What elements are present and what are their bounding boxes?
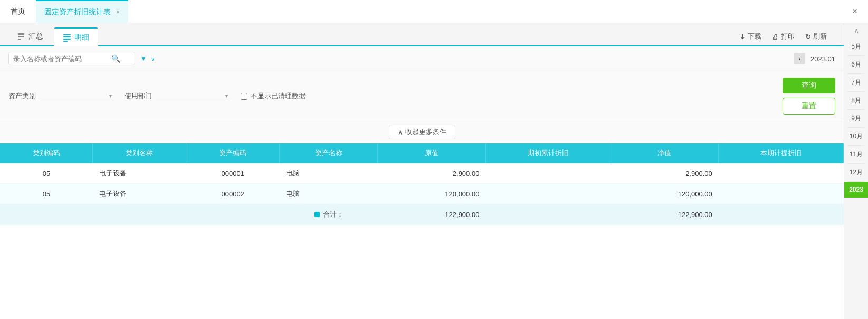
svg-rect-0: [18, 33, 24, 35]
table-header-row: 类别编码 类别名称 资产编码 资产名称 原值 期初累计折旧 净值 本期计提折旧: [0, 143, 844, 163]
year-badge[interactable]: 2023: [844, 182, 868, 198]
col-category-name: 类别名称: [93, 143, 186, 163]
detail-icon: [63, 33, 71, 42]
tab-summary[interactable]: 汇总: [8, 27, 52, 45]
svg-rect-7: [314, 212, 320, 217]
no-cleared-data-wrap: 不显示已清理数据: [241, 91, 306, 101]
svg-rect-4: [63, 36, 71, 37]
close-window-button[interactable]: ×: [841, 6, 868, 17]
col-asset-code: 资产编码: [186, 143, 280, 163]
date-value: 2023.01: [810, 55, 835, 63]
home-tab[interactable]: 首页: [0, 0, 36, 23]
svg-rect-5: [63, 39, 71, 40]
month-item[interactable]: 11月: [847, 146, 865, 164]
department-select-wrap: [156, 91, 230, 101]
svg-rect-3: [63, 34, 71, 35]
left-panel: 汇总 明细 ⬇ 下载 🖨 打印 ↻ 刷新: [0, 23, 844, 319]
month-item[interactable]: 7月: [847, 74, 865, 92]
asset-category-select[interactable]: [40, 91, 114, 101]
search-input-wrap: 🔍: [8, 52, 135, 65]
svg-rect-6: [63, 41, 68, 42]
col-current-depreciation: 本期计提折旧: [719, 143, 844, 163]
col-accumulated-depreciation: 期初累计折旧: [485, 143, 611, 163]
date-nav-right-arrow[interactable]: ›: [794, 53, 805, 64]
active-tab[interactable]: 固定资产折旧统计表 ×: [36, 0, 128, 23]
filter-icon: ▼: [140, 55, 147, 62]
asset-category-field: 资产类别: [8, 91, 114, 101]
month-item[interactable]: 10月: [847, 128, 865, 146]
close-tab-icon[interactable]: ×: [116, 8, 120, 16]
col-asset-name: 资产名称: [280, 143, 378, 163]
collapse-up-icon: ∧: [398, 128, 403, 136]
top-bar: 首页 固定资产折旧统计表 × ×: [0, 0, 868, 23]
search-input[interactable]: [13, 55, 108, 63]
download-button[interactable]: ⬇ 下载: [740, 32, 761, 41]
no-cleared-data-checkbox[interactable]: [241, 93, 247, 100]
department-select[interactable]: [156, 91, 230, 101]
refresh-button[interactable]: ↻ 刷新: [805, 32, 827, 41]
month-item[interactable]: 12月: [847, 164, 865, 182]
search-icon[interactable]: 🔍: [111, 54, 120, 63]
table-row: 05电子设备000002电脑120,000.00120,000.00: [0, 184, 844, 204]
table-row: 05电子设备000001电脑2,900.002,900.00: [0, 163, 844, 184]
main-content: 汇总 明细 ⬇ 下载 🖨 打印 ↻ 刷新: [0, 23, 868, 319]
filter-bar: 🔍 ▼ ∨ › 2023.01: [0, 46, 844, 71]
col-original-value: 原值: [378, 143, 486, 163]
refresh-label: 刷新: [813, 32, 827, 41]
collapse-bar: ∧ 收起更多条件: [0, 121, 844, 143]
query-button[interactable]: 查询: [783, 78, 835, 93]
right-panel: ∧ 5月6月7月8月9月10月11月12月 2023: [844, 23, 868, 319]
asset-category-label: 资产类别: [8, 91, 36, 101]
advanced-filter: 资产类别 使用部门 不显示已清理数据: [0, 71, 844, 121]
action-buttons: 查询 重置: [783, 78, 835, 115]
asset-category-select-wrap: [40, 91, 114, 101]
more-conditions-button[interactable]: ▼ ∨: [140, 55, 155, 62]
tab-bar: 汇总 明细 ⬇ 下载 🖨 打印 ↻ 刷新: [0, 23, 844, 46]
svg-rect-2: [18, 39, 21, 40]
refresh-icon: ↻: [805, 33, 811, 41]
month-item[interactable]: 9月: [847, 110, 865, 128]
total-row: 合计：122,900.00122,900.00: [0, 204, 844, 225]
print-icon: 🖨: [772, 33, 779, 41]
col-category-code: 类别编码: [0, 143, 93, 163]
summary-icon: [17, 32, 25, 41]
reset-button[interactable]: 重置: [783, 98, 835, 115]
month-item[interactable]: 6月: [847, 56, 865, 74]
department-field: 使用部门: [125, 91, 230, 101]
department-label: 使用部门: [125, 91, 152, 101]
svg-rect-1: [18, 36, 24, 37]
collapse-label: 收起更多条件: [405, 127, 446, 137]
month-item[interactable]: 8月: [847, 92, 865, 110]
download-icon: ⬇: [740, 33, 746, 41]
tab-detail-label: 明细: [74, 33, 89, 42]
data-table: 类别编码 类别名称 资产编码 资产名称 原值 期初累计折旧 净值 本期计提折旧 …: [0, 143, 844, 225]
table-wrap: 类别编码 类别名称 资产编码 资产名称 原值 期初累计折旧 净值 本期计提折旧 …: [0, 143, 844, 319]
print-label: 打印: [781, 32, 795, 41]
collapse-button[interactable]: ∧ 收起更多条件: [389, 125, 455, 139]
col-net-value: 净值: [611, 143, 719, 163]
tab-detail[interactable]: 明细: [54, 27, 98, 46]
tab-summary-label: 汇总: [28, 32, 43, 41]
toolbar-right: ⬇ 下载 🖨 打印 ↻ 刷新: [740, 32, 835, 45]
month-item[interactable]: 5月: [847, 38, 865, 56]
no-cleared-data-label: 不显示已清理数据: [251, 91, 306, 101]
chevron-down-icon: ∨: [151, 56, 155, 62]
scroll-up-button[interactable]: ∧: [844, 23, 868, 38]
active-tab-label: 固定资产折旧统计表: [44, 7, 111, 17]
download-label: 下载: [748, 32, 761, 41]
print-button[interactable]: 🖨 打印: [772, 32, 795, 41]
